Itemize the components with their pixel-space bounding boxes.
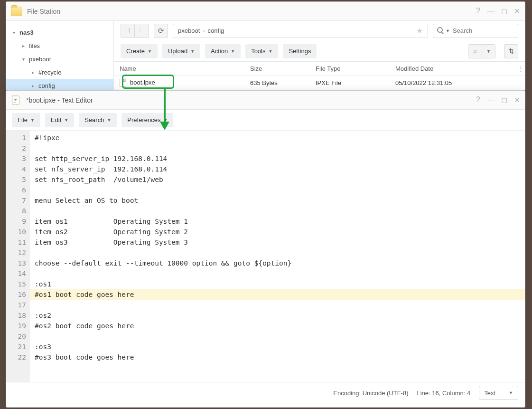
col-header-type[interactable]: File Type	[310, 65, 390, 72]
file-type: IPXE File	[310, 79, 390, 86]
list-view-button[interactable]: ≡	[468, 45, 482, 58]
tree-item-recycle[interactable]: ▸#recycle	[6, 66, 113, 79]
nav-forward-button[interactable]: 〉	[135, 24, 149, 38]
svg-text:T: T	[14, 97, 17, 103]
minimize-icon[interactable]: —	[487, 7, 495, 16]
edit-menu[interactable]: Edit▼	[45, 113, 74, 127]
tree-root-nas3[interactable]: ▾nas3	[6, 26, 113, 39]
status-bar: Encoding: Unicode (UTF-8) Line: 16, Colu…	[6, 382, 525, 403]
col-header-size[interactable]: Size	[244, 65, 310, 72]
view-mode-group: ≡ ▼	[468, 44, 495, 58]
nav-back-button[interactable]: 〈	[121, 24, 135, 38]
code-line[interactable]: set nfs_server_ip 192.168.0.114	[35, 164, 525, 174]
code-line[interactable]: :os3	[35, 342, 525, 352]
view-dropdown-button[interactable]: ▼	[482, 45, 495, 58]
text-editor-app-icon: T	[11, 95, 21, 106]
chevron-right-icon: ›	[203, 27, 205, 34]
code-line[interactable]: #os2 boot code goes here	[35, 321, 525, 331]
file-station-title: File Station	[27, 8, 476, 15]
code-line[interactable]: item os2 Operating System 2	[35, 227, 525, 237]
settings-button[interactable]: Settings	[283, 44, 317, 58]
close-icon[interactable]: ✕	[514, 95, 520, 105]
code-line[interactable]	[35, 268, 525, 279]
maximize-icon[interactable]: ◻	[501, 7, 507, 16]
file-name: boot.ipxe	[130, 79, 155, 86]
breadcrumb-seg-1[interactable]: pxeboot	[178, 27, 200, 34]
star-icon[interactable]: ★	[416, 26, 423, 35]
breadcrumb[interactable]: pxeboot › config ★	[173, 24, 428, 38]
file-icon	[120, 79, 126, 87]
reload-button[interactable]: ⟳	[154, 24, 168, 38]
maximize-icon[interactable]: ◻	[501, 95, 507, 105]
file-menu[interactable]: File▼	[12, 113, 40, 127]
help-icon[interactable]: ?	[476, 95, 480, 105]
col-header-name[interactable]: Name	[114, 65, 244, 72]
code-line[interactable]: :os2	[35, 310, 525, 321]
tree-item-pxeboot[interactable]: ▾pxeboot	[6, 52, 113, 66]
file-size: 635 Bytes	[244, 79, 310, 86]
line-number-gutter: 12345678910111213141516171819202122	[6, 131, 30, 382]
code-line[interactable]: #os3 boot code goes here	[35, 352, 525, 362]
code-line[interactable]: set http_server_ip 192.168.0.114	[35, 153, 525, 164]
tree-item-files[interactable]: ▸files	[6, 39, 113, 52]
code-line[interactable]: #!ipxe	[35, 133, 525, 143]
code-line[interactable]: item os3 Operating System 3	[35, 237, 525, 247]
text-editor-window: T *boot.ipxe - Text Editor ? — ◻ ✕ File▼…	[6, 90, 525, 408]
code-line[interactable]: set nfs_root_path /volume1/web	[35, 174, 525, 185]
syntax-mode-dropdown[interactable]: Text▼	[479, 386, 518, 400]
action-button[interactable]: Action▼	[205, 44, 241, 58]
help-icon[interactable]: ?	[476, 7, 480, 16]
search-input[interactable]	[453, 27, 514, 34]
code-line[interactable]	[35, 185, 525, 195]
code-line[interactable]: choose --default exit --timeout 10000 op…	[35, 258, 525, 268]
chevron-down-icon[interactable]: ▼	[446, 29, 450, 33]
close-icon[interactable]: ✕	[514, 7, 520, 16]
file-station-window: File Station ? — ◻ ✕ ▾nas3 ▸files ▾pxebo…	[6, 1, 525, 91]
upload-button[interactable]: Upload▼	[162, 44, 200, 58]
file-date: 05/10/2022 12:31:05	[390, 79, 511, 86]
sort-button[interactable]: ⇅	[504, 44, 518, 58]
breadcrumb-seg-2[interactable]: config	[208, 27, 224, 34]
text-editor-title: *boot.ipxe - Text Editor	[26, 96, 476, 104]
status-encoding: Encoding: Unicode (UTF-8)	[333, 390, 408, 397]
code-line[interactable]	[35, 206, 525, 216]
code-line[interactable]	[35, 143, 525, 153]
preferences-menu[interactable]: Preferences▼	[121, 113, 173, 127]
file-station-titlebar[interactable]: File Station ? — ◻ ✕	[6, 2, 525, 21]
code-line[interactable]	[35, 300, 525, 310]
search-box[interactable]: ▼	[433, 24, 518, 38]
code-line[interactable]: menu Select an OS to boot	[35, 195, 525, 206]
code-line[interactable]: :os1	[35, 279, 525, 289]
text-editor-titlebar[interactable]: T *boot.ipxe - Text Editor ? — ◻ ✕	[6, 91, 525, 110]
table-header: Name Size File Type Modified Date ⋮	[114, 62, 525, 76]
search-menu[interactable]: Search▼	[79, 113, 117, 127]
tools-button[interactable]: Tools▼	[245, 44, 278, 58]
table-row[interactable]: boot.ipxe 635 Bytes IPXE File 05/10/2022…	[114, 76, 525, 90]
search-icon	[437, 27, 443, 34]
code-line[interactable]	[35, 331, 525, 342]
minimize-icon[interactable]: —	[487, 95, 495, 105]
status-position: Line: 16, Column: 4	[417, 390, 471, 397]
code-line[interactable]: #os1 boot code goes here	[30, 289, 525, 300]
create-button[interactable]: Create▼	[121, 44, 158, 58]
code-line[interactable]: item os1 Operating System 1	[35, 216, 525, 227]
tree-item-config[interactable]: ▸config	[6, 79, 113, 90]
sidebar: ▾nas3 ▸files ▾pxeboot ▸#recycle ▸config	[6, 21, 114, 90]
code-editor[interactable]: #!ipxe set http_server_ip 192.168.0.114s…	[30, 131, 525, 382]
code-line[interactable]	[35, 247, 525, 258]
folder-icon	[11, 7, 22, 16]
col-header-date[interactable]: Modified Date	[390, 65, 511, 72]
columns-menu-icon[interactable]: ⋮	[511, 65, 525, 72]
